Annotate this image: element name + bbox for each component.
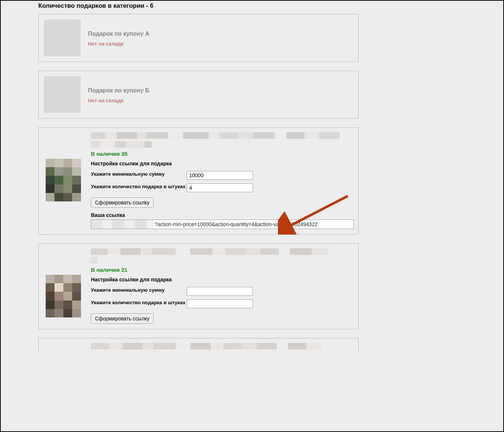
min-sum-input[interactable]	[187, 171, 253, 180]
gift-thumbnail-placeholder	[44, 20, 81, 56]
qty-input[interactable]	[187, 299, 253, 308]
qty-label: Укажите количество подарка в штуках	[91, 299, 187, 306]
gift-settings-col	[91, 343, 354, 352]
min-sum-label: Укажите минимальную сумму	[91, 171, 187, 178]
gift-title: Подарок по купону Б	[88, 87, 353, 94]
link-output-field[interactable]: ?action-min-price=10000&action-quantity=…	[91, 219, 354, 229]
gift-card-detailed: В наличии 21 Настройка ссылки для подарк…	[38, 243, 359, 329]
gift-subtitle-blurred	[91, 257, 354, 264]
field-row-min-sum: Укажите минимальную сумму	[91, 171, 354, 180]
link-section: Ваша ссылка ?action-min-price=10000&acti…	[91, 212, 354, 229]
field-row-min-sum: Укажите минимальную сумму	[91, 287, 354, 296]
gift-card-content: Подарок по купону А Нет на складе	[88, 20, 353, 56]
page-frame: Количество подарков в категории - 6 Пода…	[0, 0, 504, 432]
gift-thumbnail-placeholder	[44, 76, 81, 113]
gift-title: Подарок по купону А	[88, 31, 353, 37]
gift-thumbnail-blurred	[46, 159, 81, 201]
stock-status-out: Нет на складе	[88, 41, 353, 47]
gift-settings-col: В наличии 35 Настройка ссылки для подарк…	[91, 132, 354, 229]
gift-settings-col: В наличии 21 Настройка ссылки для подарк…	[91, 248, 354, 324]
gift-card-simple: Подарок по купону Б Нет на складе	[38, 71, 359, 119]
gift-title-blurred	[91, 343, 354, 350]
min-sum-input[interactable]	[187, 287, 253, 296]
min-sum-label: Укажите минимальную сумму	[91, 287, 187, 294]
gift-card-simple: Подарок по купону А Нет на складе	[38, 14, 359, 62]
link-label: Ваша ссылка	[91, 212, 354, 218]
gift-subtitle-blurred	[91, 141, 354, 148]
link-settings-heading: Настройка ссылки для подарка	[91, 277, 354, 282]
stock-status-in: В наличии 35	[91, 151, 354, 157]
qty-input[interactable]	[187, 183, 253, 192]
field-row-qty: Укажите количество подарка в штуках	[91, 183, 354, 192]
gift-thumbnail-col	[43, 132, 84, 201]
link-settings-heading: Настройка ссылки для подарка	[91, 161, 354, 166]
generate-link-button[interactable]: Сформировать ссылку	[91, 197, 154, 208]
gift-card-content: Подарок по купону Б Нет на складе	[88, 76, 353, 113]
generate-link-button[interactable]: Сформировать ссылку	[91, 313, 154, 324]
gift-thumbnail-col	[43, 343, 84, 347]
link-output-text: ?action-min-price=10000&action-quantity=…	[154, 221, 317, 227]
gift-thumbnail-blurred	[46, 275, 81, 317]
gift-thumbnail-col	[43, 248, 84, 317]
stock-status-in: В наличии 21	[91, 267, 354, 273]
gift-title-blurred	[91, 132, 354, 139]
gift-title-blurred	[91, 248, 354, 255]
link-prefix-blurred	[91, 220, 154, 229]
field-row-qty: Укажите количество подарка в штуках	[91, 299, 354, 308]
stock-status-out: Нет на складе	[88, 98, 353, 103]
cards-container: Подарок по купону А Нет на складе Подаро…	[38, 14, 359, 352]
page-title: Количество подарков в категории - 6	[38, 2, 494, 10]
gift-card-detailed: В наличии 35 Настройка ссылки для подарк…	[38, 127, 359, 235]
gift-card-detailed	[38, 338, 359, 352]
qty-label: Укажите количество подарка в штуках	[91, 183, 187, 190]
